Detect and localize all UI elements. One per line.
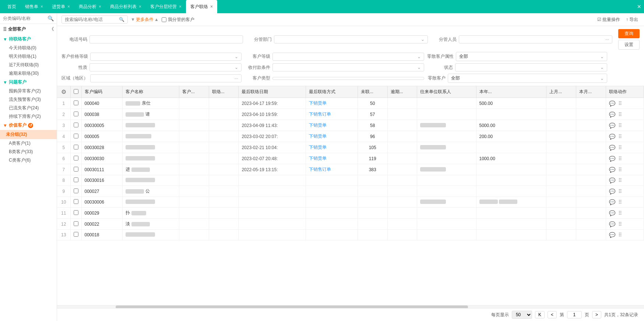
chat-action-icon[interactable]: 💬 <box>609 199 615 205</box>
first-page-btn[interactable]: K <box>535 311 545 318</box>
chat-action-icon[interactable]: 💬 <box>609 167 615 173</box>
sidebar-item-typeA[interactable]: A类客户(1) <box>0 139 57 148</box>
query-button[interactable]: 查询 <box>618 29 640 38</box>
export-btn[interactable]: ↑ 导出 <box>624 16 640 24</box>
region-select[interactable]: ··· <box>90 74 242 82</box>
th-last-contact-date[interactable]: 最后联络日期 <box>239 86 306 98</box>
chat-action-icon[interactable]: 💬 <box>609 156 615 162</box>
batch-operation-btn[interactable]: ☑ 批量操作 <box>596 16 622 24</box>
row-checkbox[interactable] <box>74 177 78 182</box>
row-checkbox[interactable] <box>74 232 78 237</box>
page-number-input[interactable] <box>567 311 582 318</box>
contact-type-link[interactable]: 下销货单 <box>309 134 327 139</box>
chat-action-icon[interactable]: 💬 <box>609 232 615 238</box>
dept-select[interactable]: ⌄ <box>274 35 427 43</box>
more-action-icon[interactable]: ⠿ <box>618 167 622 173</box>
contact-type-link[interactable]: 下销售订单 <box>309 167 331 172</box>
row-checkbox[interactable] <box>74 167 78 172</box>
contact-type-link[interactable]: 下销货单 <box>309 123 327 128</box>
my-customers-checkbox[interactable]: 我分管的客户 <box>162 17 194 23</box>
row-checkbox[interactable] <box>74 100 78 105</box>
nav-product-analysis-list[interactable]: 商品分析列表 × <box>106 0 146 13</box>
group-pending-contact[interactable]: ▼ 待联络客户 <box>0 35 57 44</box>
sidebar-item-ungroups[interactable]: 未分组(32) <box>0 130 57 139</box>
nav-sales[interactable]: 销售单 × <box>21 0 47 13</box>
retail-select[interactable]: 全部 ⌄ <box>448 74 607 83</box>
sidebar-item-lost[interactable]: 已流失客户(24) <box>0 104 57 112</box>
chat-action-icon[interactable]: 💬 <box>609 112 615 117</box>
more-action-icon[interactable]: ⠿ <box>618 177 622 183</box>
th-code[interactable]: 客户编码 <box>81 86 123 98</box>
sidebar-collapse-btn[interactable]: 《 <box>49 26 54 32</box>
row-checkbox[interactable] <box>74 199 78 204</box>
contact-type-link[interactable]: 下销货单 <box>309 145 327 150</box>
nav-customer-contact[interactable]: 客户联络 × <box>186 0 217 13</box>
more-action-icon[interactable]: ⠿ <box>618 123 622 128</box>
contact-type-link[interactable]: 下销售订单 <box>309 112 331 117</box>
sidebar-item-tomorrow[interactable]: 明天待联络(1) <box>0 52 57 61</box>
close-sales-tab[interactable]: × <box>41 4 43 9</box>
th-not-contact[interactable]: 未联... <box>358 86 387 98</box>
customer-level-select[interactable]: ⌄ <box>272 53 425 61</box>
chat-action-icon[interactable]: 💬 <box>609 221 615 227</box>
chat-action-icon[interactable]: 💬 <box>609 134 615 140</box>
more-action-icon[interactable]: ⠿ <box>618 210 622 216</box>
more-action-icon[interactable]: ⠿ <box>618 232 622 238</box>
nav-customer-segment[interactable]: 客户分层经营 × <box>146 0 186 13</box>
sidebar-item-abnormal[interactable]: 囤购异常客户(2) <box>0 87 57 95</box>
status-select[interactable]: ⌄ <box>455 63 607 71</box>
group-value-customers[interactable]: ▼ 价值客户 ↺ <box>0 121 57 130</box>
sidebar-item-typeC[interactable]: C类客户(6) <box>0 156 57 165</box>
all-customers-header[interactable]: ⠿ 全部客户 《 <box>0 24 57 35</box>
more-action-icon[interactable]: ⠿ <box>618 156 622 162</box>
row-checkbox[interactable] <box>74 221 78 226</box>
page-size-select[interactable]: 50 20 100 <box>512 311 532 319</box>
row-checkbox[interactable] <box>74 134 78 138</box>
close-product-list-tab[interactable]: × <box>139 4 141 9</box>
contact-type-link[interactable]: 下销货单 <box>309 100 327 106</box>
chat-action-icon[interactable]: 💬 <box>609 177 615 183</box>
more-action-icon[interactable]: ⠿ <box>618 100 622 106</box>
sidebar-item-loss-warning[interactable]: 流失预警客户(3) <box>0 95 57 104</box>
manager-select[interactable]: ··· <box>459 35 612 43</box>
close-purchase-tab[interactable]: × <box>67 4 70 9</box>
nav-purchase[interactable]: 进货单 × <box>47 0 74 13</box>
close-contact-tab[interactable]: × <box>210 4 213 9</box>
close-product-analysis-tab[interactable]: × <box>99 4 101 9</box>
search-input[interactable] <box>65 17 119 22</box>
payment-select[interactable]: ⌄ <box>272 63 425 71</box>
chat-action-icon[interactable]: 💬 <box>609 100 615 106</box>
prev-page-btn[interactable]: < <box>548 311 557 318</box>
row-checkbox[interactable] <box>74 123 78 127</box>
sidebar-item-today[interactable]: 今天待联络(0) <box>0 44 57 52</box>
sidebar-item-declining[interactable]: 持续下滑客户(2) <box>0 112 57 121</box>
row-checkbox[interactable] <box>74 156 78 160</box>
customer-type-select[interactable] <box>272 77 425 80</box>
nature-select[interactable]: ⌄ <box>89 63 242 71</box>
horizontal-scrollbar[interactable] <box>57 305 644 308</box>
more-action-icon[interactable]: ⠿ <box>618 221 622 227</box>
sidebar-item-7days[interactable]: 近7天待联络(0) <box>0 61 57 69</box>
sidebar-item-overdue[interactable]: 逾期未联络(30) <box>0 69 57 78</box>
row-checkbox[interactable] <box>74 145 78 149</box>
more-action-icon[interactable]: ⠿ <box>618 199 622 205</box>
phone-input[interactable] <box>89 35 243 43</box>
chat-action-icon[interactable]: 💬 <box>609 188 615 194</box>
nav-home[interactable]: 首页 <box>3 0 21 13</box>
more-conditions-btn[interactable]: ▼ 更多条件 ▲ <box>131 17 159 23</box>
row-checkbox[interactable] <box>74 210 78 215</box>
chat-action-icon[interactable]: 💬 <box>609 210 615 216</box>
price-level-select[interactable]: ⌄ <box>90 53 242 61</box>
contact-type-link[interactable]: 下销货单 <box>309 156 327 161</box>
chat-action-icon[interactable]: 💬 <box>609 123 615 128</box>
more-action-icon[interactable]: ⠿ <box>618 134 622 140</box>
nav-product-analysis[interactable]: 商品分析 × <box>74 0 106 13</box>
sidebar-search-input[interactable] <box>3 16 47 21</box>
more-action-icon[interactable]: ⠿ <box>618 188 622 194</box>
close-segment-tab[interactable]: × <box>179 4 182 9</box>
chat-action-icon[interactable]: 💬 <box>609 145 615 151</box>
refresh-icon[interactable]: ↺ <box>28 123 33 128</box>
th-name[interactable]: 客户名称 <box>123 86 179 98</box>
row-checkbox[interactable] <box>74 188 78 193</box>
row-checkbox[interactable] <box>74 112 78 116</box>
